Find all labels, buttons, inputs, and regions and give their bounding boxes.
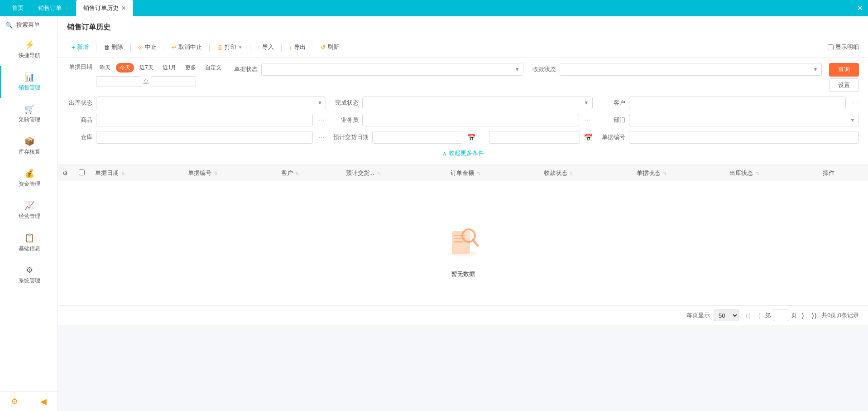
col-header-payment-status[interactable]: 收款状态 ⇅ [539, 165, 632, 181]
salesman-input[interactable] [362, 114, 579, 126]
cancel-stop-button[interactable]: ↩ 取消中止 [167, 41, 206, 53]
bill-status-select[interactable] [261, 63, 523, 76]
sidebar-item-purchase[interactable]: 🛒 采购管理 [0, 98, 58, 130]
import-icon: ↑ [258, 44, 261, 51]
warehouse-input[interactable] [96, 131, 313, 144]
window-close-icon[interactable]: ✕ [857, 3, 863, 13]
expected-date-from-input[interactable]: yyyy-mm-dd [372, 131, 463, 144]
sort-date-icon: ⇅ [121, 171, 125, 176]
date-range-inputs: 2023-06-02 至 2023-06-02 [96, 76, 225, 87]
stop-button[interactable]: ⊘ 中止 [134, 41, 161, 53]
payment-status-select[interactable] [560, 63, 822, 76]
next-page-button[interactable]: ⟩ [799, 310, 807, 321]
date-from-input[interactable]: 2023-06-02 [96, 76, 141, 87]
sales-icon: 📊 [24, 72, 34, 82]
tab-sales-order-history[interactable]: 销售订单历史 ✕ [76, 0, 133, 16]
sidebar-item-quick-nav[interactable]: ⚡ 快捷导航 [0, 34, 58, 66]
col-header-customer[interactable]: 客户 ⇅ [277, 165, 341, 181]
date-tag-today[interactable]: 今天 [116, 63, 134, 73]
col-header-date[interactable]: 单据日期 ⇅ [91, 165, 183, 181]
page-size-select[interactable]: 50 20 100 [714, 309, 739, 321]
date-tag-custom[interactable]: 自定义 [201, 63, 225, 73]
date-tag-yesterday[interactable]: 昨天 [96, 63, 114, 73]
sort-payment-status-icon: ⇅ [570, 171, 573, 176]
collapse-more-trigger[interactable]: ∧ 收起更多条件 [67, 147, 859, 159]
sidebar-search[interactable]: 🔍 搜索菜单 [0, 16, 58, 34]
complete-status-select[interactable] [362, 97, 592, 109]
print-icon: 🖨 [217, 44, 223, 51]
empty-state-text: 暂无数据 [451, 270, 475, 278]
warehouse-ellipsis-icon[interactable]: ··· [317, 133, 326, 141]
toolbar-separator-1 [96, 43, 96, 52]
col-header-expected[interactable]: 预计交货... ⇅ [341, 165, 446, 181]
table-settings-header[interactable]: ⚙ [58, 165, 74, 181]
display-detail-checkbox-label[interactable]: 显示明细 [828, 43, 859, 51]
goods-ellipsis-icon[interactable]: ··· [317, 116, 326, 124]
customer-input[interactable] [629, 97, 846, 109]
collapse-sidebar-icon[interactable]: ◀ [40, 396, 47, 406]
sidebar-item-finance[interactable]: 💰 资金管理 [0, 162, 58, 194]
query-button[interactable]: 查询 [829, 63, 859, 77]
top-bar: 首页 销售订单 ✕ 销售订单历史 ✕ ✕ [0, 0, 868, 16]
col-header-number[interactable]: 单据编号 ⇅ [183, 165, 276, 181]
date-to-input[interactable]: 2023-06-02 [151, 76, 196, 87]
date-tag-more[interactable]: 更多 [182, 63, 200, 73]
date-tag-7days[interactable]: 近7天 [136, 63, 157, 73]
print-dropdown-icon: ▼ [238, 45, 243, 50]
tab-home[interactable]: 首页 [5, 0, 31, 16]
sidebar-item-basic-info[interactable]: 📋 基础信息 [0, 227, 58, 259]
page-number-input[interactable]: 1 [773, 309, 789, 321]
prev-page-button[interactable]: ⟨ [755, 310, 763, 321]
payment-status-select-wrapper: ▼ [560, 63, 822, 76]
goods-input[interactable] [96, 114, 313, 126]
sort-number-icon: ⇅ [214, 171, 218, 176]
print-button[interactable]: 🖨 打印 ▼ [212, 41, 247, 53]
content-area: 销售订单历史 + 新增 🗑 删除 ⊘ 中止 ↩ 取消中止 [58, 16, 868, 411]
sidebar-item-inventory[interactable]: 📦 库存核算 [0, 130, 58, 162]
close-tab-sales-order[interactable]: ✕ [64, 5, 69, 11]
col-header-out-status[interactable]: 出库状态 ⇅ [725, 165, 818, 181]
close-tab-sales-order-history[interactable]: ✕ [121, 5, 126, 11]
new-button[interactable]: + 新增 [67, 41, 93, 53]
export-button[interactable]: ↓ 导出 [284, 41, 310, 53]
search-icon: 🔍 [5, 22, 13, 29]
col-header-amount[interactable]: 订单金额 ⇅ [446, 165, 539, 181]
sidebar-item-label: 基础信息 [19, 245, 40, 252]
col-header-bill-status[interactable]: 单据状态 ⇅ [632, 165, 725, 181]
bill-status-label: 单据状态 [232, 65, 258, 73]
set-button[interactable]: 设置 [829, 78, 859, 92]
table-checkbox-header[interactable] [74, 165, 91, 181]
sidebar-item-label: 系统管理 [19, 277, 40, 285]
department-select[interactable] [629, 114, 859, 126]
date-range-separator: 至 [143, 77, 149, 86]
import-button[interactable]: ↑ 导入 [253, 41, 279, 53]
expected-date-to-input[interactable]: yyyy-mm-dd [489, 131, 580, 144]
out-status-select[interactable] [96, 97, 326, 109]
calendar-icon-2[interactable]: 📅 [584, 133, 593, 142]
refresh-icon: ↺ [321, 44, 326, 51]
tab-sales-order[interactable]: 销售订单 ✕ [31, 0, 76, 16]
last-page-button[interactable]: ⟩⟩ [809, 310, 820, 321]
first-page-button[interactable]: ⟨⟨ [743, 310, 753, 321]
settings-bottom-icon[interactable]: ⚙ [11, 396, 18, 406]
sidebar-item-operations[interactable]: 📈 经营管理 [0, 194, 58, 227]
purchase-icon: 🛒 [24, 104, 34, 114]
date-picker-area: 昨天 今天 近7天 近1月 更多 自定义 2023-06-02 至 2023-0… [96, 63, 225, 87]
date-tag-1month[interactable]: 近1月 [159, 63, 180, 73]
bill-number-input[interactable] [629, 131, 859, 144]
delete-button[interactable]: 🗑 删除 [99, 41, 128, 53]
display-detail-checkbox[interactable] [828, 44, 834, 50]
customer-ellipsis-icon[interactable]: ··· [849, 99, 859, 107]
sidebar-bottom: ⚙ ◀ [0, 392, 58, 411]
select-all-checkbox[interactable] [79, 169, 85, 175]
salesman-ellipsis-icon[interactable]: ··· [583, 116, 592, 124]
sidebar-item-label: 销售管理 [19, 84, 40, 92]
basic-info-icon: 📋 [24, 233, 34, 243]
sidebar-item-sales[interactable]: 📊 销售管理 [0, 66, 58, 98]
refresh-button[interactable]: ↺ 刷新 [316, 41, 344, 53]
toolbar-separator-7 [313, 43, 313, 52]
out-status-select-wrapper: ▼ [96, 97, 326, 109]
sidebar-item-system[interactable]: ⚙ 系统管理 [0, 259, 58, 291]
toolbar-separator-4 [209, 43, 210, 52]
calendar-icon-1[interactable]: 📅 [467, 133, 476, 142]
